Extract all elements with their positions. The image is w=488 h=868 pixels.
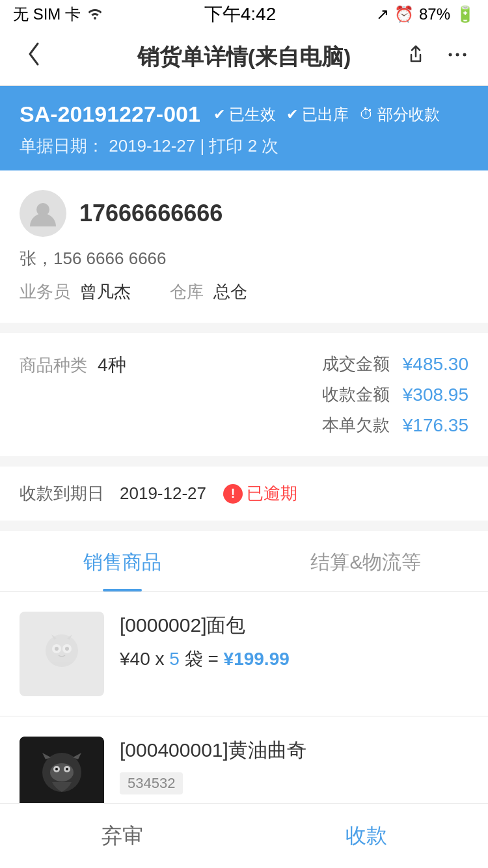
deal-amount-label: 成交金额 (322, 353, 390, 375)
badge-shipped: ✔ 已出库 (286, 104, 349, 125)
order-date: 单据日期： 2019-12-27 | 打印 2 次 (20, 135, 468, 157)
amounts: 成交金额 ¥485.30 收款金额 ¥308.95 本单欠款 ¥176.35 (322, 353, 468, 437)
product-type-value: 4种 (98, 353, 126, 377)
tabs-section: 销售商品 结算&物流等 (0, 531, 488, 592)
cancel-review-button[interactable]: 弃审 (0, 804, 244, 868)
tab-settlement[interactable]: 结算&物流等 (244, 531, 488, 591)
bottom-bar: 弃审 收款 (0, 803, 488, 868)
status-left: 无 SIM 卡 (13, 4, 104, 25)
received-value: ¥308.95 (403, 385, 468, 405)
battery-icon: 🔋 (455, 5, 475, 23)
customer-phone: 17666666666 (79, 200, 223, 227)
due-date-label: 收款到期日 (20, 482, 104, 505)
location-icon: ↗ (376, 5, 389, 23)
share-icon[interactable] (405, 44, 427, 70)
stats-row: 商品种类 4种 成交金额 ¥485.30 收款金额 ¥308.95 本单欠款 ¥… (20, 353, 468, 437)
order-header-top: SA-20191227-001 ✔ 已生效 ✔ 已出库 ⏱ 部分收款 (20, 102, 468, 127)
owed-label: 本单欠款 (322, 414, 390, 437)
wifi-icon (86, 5, 104, 23)
status-right: ↗ ⏰ 87% 🔋 (376, 5, 475, 23)
back-button[interactable] (20, 34, 48, 79)
product-thumbnail-1 (20, 612, 104, 696)
svg-point-1 (456, 53, 459, 57)
sim-status: 无 SIM 卡 (13, 4, 81, 25)
collect-payment-button[interactable]: 收款 (244, 804, 488, 868)
sales-person-field: 业务员 曾凡杰 (20, 280, 131, 303)
product-type: 商品种类 4种 (20, 353, 126, 377)
due-section: 收款到期日 2019-12-27 ! 已逾期 (0, 467, 488, 521)
status-bar: 无 SIM 卡 下午4:42 ↗ ⏰ 87% 🔋 (0, 0, 488, 29)
customer-meta: 业务员 曾凡杰 仓库 总仓 (20, 280, 468, 303)
due-date-value: 2019-12-27 (120, 483, 206, 504)
badge-activated: ✔ 已生效 (213, 104, 276, 125)
deal-amount-value: ¥485.30 (403, 354, 468, 375)
badge-partial-payment: ⏱ 部分收款 (359, 104, 440, 125)
customer-section: 17666666666 张，156 6666 6666 业务员 曾凡杰 仓库 总… (0, 170, 488, 323)
tabs: 销售商品 结算&物流等 (0, 531, 488, 591)
svg-point-2 (463, 53, 467, 57)
nav-actions (405, 44, 468, 70)
received-row: 收款金额 ¥308.95 (322, 383, 468, 406)
overdue-badge: ! 已逾期 (223, 482, 297, 505)
product-qty-1: 5 (169, 649, 180, 669)
customer-avatar (20, 190, 66, 237)
svg-point-7 (55, 647, 59, 651)
product-name-2: [000400001]黄油曲奇 (120, 737, 468, 764)
received-label: 收款金额 (322, 383, 390, 406)
overdue-icon: ! (223, 484, 243, 504)
page-title: 销货单详情(来自电脑) (137, 42, 351, 72)
product-total-1: ¥199.99 (224, 649, 290, 669)
nav-bar: 销货单详情(来自电脑) (0, 29, 488, 86)
warehouse-field: 仓库 总仓 (170, 280, 247, 303)
svg-point-4 (46, 634, 78, 667)
deal-amount-row: 成交金额 ¥485.30 (322, 353, 468, 375)
product-type-label: 商品种类 (20, 354, 87, 377)
status-time: 下午4:42 (204, 2, 277, 27)
svg-point-0 (449, 53, 452, 57)
svg-point-8 (65, 647, 69, 651)
product-info-1: [0000002]面包 ¥40 x 5 袋 = ¥199.99 (120, 612, 468, 671)
table-row: [0000002]面包 ¥40 x 5 袋 = ¥199.99 (0, 592, 488, 716)
svg-point-14 (55, 768, 58, 770)
overdue-text: 已逾期 (247, 482, 297, 505)
product-name-1: [0000002]面包 (120, 612, 468, 639)
customer-name: 张，156 6666 6666 (20, 247, 468, 270)
stats-section: 商品种类 4种 成交金额 ¥485.30 收款金额 ¥308.95 本单欠款 ¥… (0, 333, 488, 456)
battery: 87% (419, 5, 450, 23)
order-badges: ✔ 已生效 ✔ 已出库 ⏱ 部分收款 (213, 104, 440, 125)
svg-point-11 (50, 763, 74, 781)
svg-point-15 (66, 768, 68, 770)
customer-top: 17666666666 (20, 190, 468, 237)
product-price-1: ¥40 x 5 袋 = ¥199.99 (120, 647, 468, 671)
order-id: SA-20191227-001 (20, 102, 200, 127)
owed-row: 本单欠款 ¥176.35 (322, 414, 468, 437)
tab-products[interactable]: 销售商品 (0, 531, 244, 591)
alarm-icon: ⏰ (394, 5, 414, 23)
product-sku-2: 534532 (120, 772, 183, 794)
owed-value: ¥176.35 (403, 415, 468, 436)
order-header: SA-20191227-001 ✔ 已生效 ✔ 已出库 ⏱ 部分收款 单据日期：… (0, 86, 488, 170)
more-icon[interactable] (446, 44, 468, 70)
